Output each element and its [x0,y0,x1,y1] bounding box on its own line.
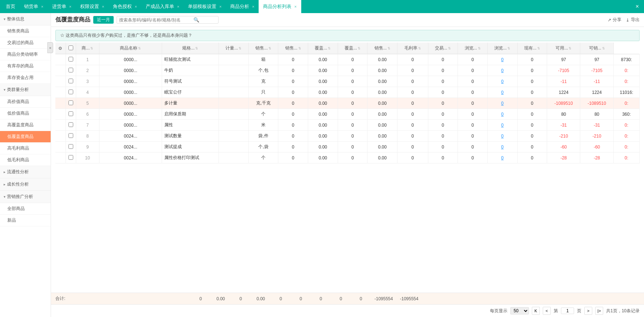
row-checkbox-0[interactable] [68,57,73,62]
sidebar-section-liquidity[interactable]: ▸ 流通性分析 [0,166,51,178]
cell-browse1-9[interactable]: 0 [487,152,517,163]
cell-checkbox-8[interactable] [66,142,76,152]
cell-checkbox-1[interactable] [66,65,76,76]
col-trade[interactable]: 交易...⇅ [428,43,458,54]
row-checkbox-4[interactable] [68,100,73,105]
nav-home[interactable]: 首页 [1,0,20,13]
nav-item-4[interactable]: 产成品入库单 × [141,0,184,13]
nav-close-5[interactable]: × [219,4,221,9]
col-saleable[interactable]: 可销...⇅ [580,43,613,54]
cell-browse1-3[interactable]: 0 [487,87,517,98]
col-usable[interactable]: 可用...⇅ [547,43,580,54]
sidebar-item-low-value[interactable]: 低价值商品 [0,108,51,119]
sidebar-section-marketing[interactable]: ▾ 营销推广分析 [0,191,51,203]
col-browse1[interactable]: 浏览...⇅ [458,43,488,54]
share-button[interactable]: ↗ 分享 [608,17,621,23]
row-checkbox-7[interactable] [68,133,73,138]
nav-item-0[interactable]: 销货单 × [20,0,48,13]
page-number-input[interactable] [561,308,574,314]
sidebar-item-traded-goods[interactable]: 交易过的商品 [0,37,51,49]
sidebar-section-overall[interactable]: ▾ 整体信息 [0,13,51,25]
nav-close-0[interactable]: × [41,4,43,9]
cell-browse1-7[interactable]: 0 [487,131,517,142]
nav-item-5[interactable]: 单据模板设置 × [184,0,226,13]
row-checkbox-9[interactable] [68,155,73,160]
sidebar-item-high-coverage[interactable]: 高覆盖度商品 [0,119,51,131]
row-checkbox-6[interactable] [68,122,73,127]
nav-close-3[interactable]: × [135,4,137,9]
cell-checkbox-0[interactable] [66,54,76,65]
cell-browse1-1[interactable]: 0 [487,65,517,76]
row-checkbox-1[interactable] [68,68,73,72]
col-current[interactable]: 现有...⇅ [517,43,547,54]
nav-close-1[interactable]: × [69,4,71,9]
sidebar-item-low-margin[interactable]: 低毛利商品 [0,154,51,166]
nav-item-1[interactable]: 进货单 × [48,0,76,13]
nav-item-7[interactable]: 商品分析列表 × [259,0,301,13]
row-checkbox-3[interactable] [68,90,73,94]
first-page-button[interactable]: K [532,307,540,315]
row-checkbox-2[interactable] [68,79,73,83]
nav-item-6[interactable]: 商品分析 × [226,0,259,13]
last-page-button[interactable]: |> [595,307,603,315]
cell-checkbox-6[interactable] [66,120,76,131]
col-browse2[interactable]: 浏览...⇅ [487,43,517,54]
sidebar-collapse-button[interactable]: « [47,42,53,53]
period-button[interactable]: 近一月 [93,16,114,24]
col-name[interactable]: 商品名称⇅ [99,43,162,54]
sidebar-item-stocked-goods[interactable]: 有库存的商品 [0,60,51,72]
cell-browse1-5[interactable]: 0 [487,109,517,120]
nav-close-2[interactable]: × [102,4,104,9]
cell-sales3-1: 0 [397,65,428,76]
cell-settings-4 [55,98,66,109]
prev-page-button[interactable]: < [543,307,551,315]
col-sales1[interactable]: 销售...⇅ [248,43,278,54]
row-checkbox-5[interactable] [68,111,73,116]
nav-item-3[interactable]: 角色授权 × [109,0,141,13]
cell-checkbox-7[interactable] [66,131,76,142]
table-container[interactable]: ⚙ 商...⇅ 商品名称⇅ 规格...⇅ 计量...⇅ 销售...⇅ 销售...… [51,43,644,293]
nav-close-7[interactable]: × [294,4,297,9]
nav-close-6[interactable]: × [252,4,254,9]
col-sales2[interactable]: 销售...⇅ [278,43,308,54]
cell-checkbox-2[interactable] [66,76,76,87]
cell-browse1-2[interactable]: 0 [487,76,517,87]
cell-browse1-0[interactable]: 0 [487,54,517,65]
export-button[interactable]: ⤓ 导出 [626,17,640,23]
search-input[interactable] [119,17,192,23]
nav-close-4[interactable]: × [177,4,179,9]
sidebar-item-category-rate[interactable]: 商品分类动销率 [0,49,51,60]
sidebar-item-all-goods[interactable]: 全部商品 [0,203,51,215]
sidebar-item-new-goods[interactable]: 新品 [0,215,51,226]
col-cover2[interactable]: 覆盖...⇅ [338,43,368,54]
page-size-select[interactable]: 50 100 200 [510,307,529,314]
row-checkbox-8[interactable] [68,144,73,149]
col-gross[interactable]: 毛利率⇅ [397,43,428,54]
cell-browse1-4[interactable]: 0 [487,98,517,109]
sidebar-item-high-margin[interactable]: 高毛利商品 [0,143,51,154]
nav-item-2[interactable]: 权限设置 × [76,0,109,13]
col-checkbox[interactable] [66,43,76,54]
cell-checkbox-4[interactable] [66,98,76,109]
cell-browse1-8[interactable]: 0 [487,142,517,152]
cell-checkbox-5[interactable] [66,109,76,120]
col-cover1[interactable]: 覆盖...⇅ [308,43,338,54]
col-spec[interactable]: 规格...⇅ [162,43,219,54]
cell-spec-1 [219,65,248,76]
sidebar-item-high-value[interactable]: 高价值商品 [0,96,51,108]
cell-browse1-6[interactable]: 0 [487,120,517,131]
cell-checkbox-3[interactable] [66,87,76,98]
sidebar-item-sales-goods[interactable]: 销售类商品 [0,25,51,37]
col-code[interactable]: 商...⇅ [76,43,99,54]
next-page-button[interactable]: > [584,307,592,315]
col-sales3[interactable]: 销售...⇅ [368,43,397,54]
sidebar-item-inventory-funds[interactable]: 库存资金占用 [0,72,51,84]
sidebar-section-growth[interactable]: ▸ 成长性分析 [0,178,51,191]
cell-checkbox-9[interactable] [66,152,76,163]
sidebar-item-low-coverage[interactable]: 低覆盖度商品 [0,131,51,143]
nav-close-all[interactable]: × [632,0,643,13]
sidebar-section-group[interactable]: ▾ 类群量分析 [0,84,51,96]
col-settings[interactable]: ⚙ [55,43,66,54]
select-all-checkbox[interactable] [68,45,73,50]
col-unit[interactable]: 计量...⇅ [219,43,248,54]
